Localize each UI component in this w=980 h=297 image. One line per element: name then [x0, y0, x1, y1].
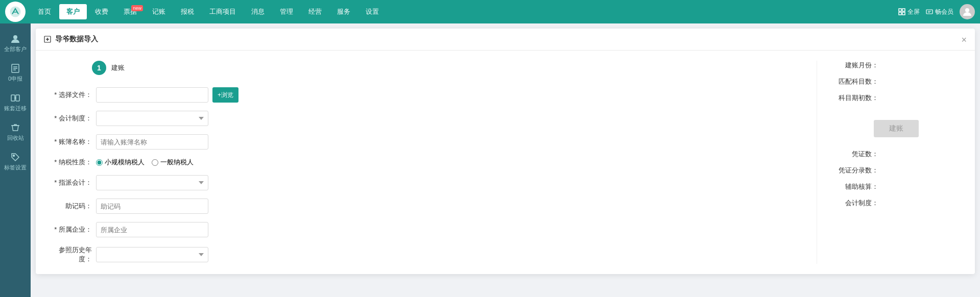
user-avatar[interactable]	[960, 4, 975, 19]
sidebar-item-declaration[interactable]: 0申报	[0, 58, 31, 88]
step-badge: 1	[92, 61, 106, 75]
nav-items: 首页 客户 收费 票据 new 记账 报税 工商项目 消息 管理 经营 服务 设…	[31, 4, 898, 19]
company-label: * 所属企业：	[51, 225, 92, 234]
nav-item-settings[interactable]: 设置	[358, 4, 386, 19]
top-navigation: 首页 客户 收费 票据 new 记账 报税 工商项目 消息 管理 经营 服务 设…	[0, 0, 980, 23]
nav-item-home[interactable]: 首页	[31, 4, 58, 19]
nav-item-invoice[interactable]: 票据 new	[116, 4, 144, 19]
select-file-input[interactable]	[96, 87, 208, 103]
nav-item-industry[interactable]: 工商项目	[202, 4, 243, 19]
memo-row: 助记码：	[51, 199, 806, 214]
info-accounting-system-label: 会计制度：	[832, 199, 878, 208]
select-file-row: * 选择文件： +浏览	[51, 87, 806, 103]
sidebar-item-tag-settings[interactable]: 标签设置	[0, 147, 31, 177]
nav-right: 全屏 畅会员	[898, 4, 975, 19]
dialog-title: 导爷数据导入	[55, 35, 98, 44]
import-dialog: 导爷数据导入 × 1 建账 * 选择文件： +浏览	[36, 29, 975, 274]
sidebar-item-recycle[interactable]: 回收站	[0, 117, 31, 147]
nav-item-operation[interactable]: 经营	[301, 4, 329, 19]
tax-type-label: * 纳税性质：	[51, 158, 92, 167]
dialog-body: 1 建账 * 选择文件： +浏览 * 会计制度：	[36, 51, 975, 274]
build-account-button[interactable]: 建账	[874, 120, 919, 137]
radio-small-taxpayer[interactable]: 小规模纳税人	[96, 158, 145, 167]
reference-year-select[interactable]	[96, 247, 208, 262]
content-area: 导爷数据导入 × 1 建账 * 选择文件： +浏览	[31, 23, 980, 297]
close-button[interactable]: ×	[961, 35, 967, 45]
svg-rect-5	[926, 10, 933, 14]
info-section: 建账月份： 匹配科目数： 科目期初数： 建账 凭证	[817, 61, 960, 264]
nav-item-service[interactable]: 服务	[330, 4, 357, 19]
memo-input[interactable]	[96, 199, 208, 214]
svg-rect-1	[899, 9, 901, 11]
match-subjects-row: 匹配科目数：	[832, 77, 960, 86]
accounting-system-row: * 会计制度：	[51, 111, 806, 126]
nav-item-fee[interactable]: 收费	[88, 4, 115, 19]
form-section: 1 建账 * 选择文件： +浏览 * 会计制度：	[51, 61, 806, 264]
nav-item-bookkeeping[interactable]: 记账	[145, 4, 173, 19]
auxiliary-row: 辅助核算：	[832, 182, 960, 191]
nav-item-tax[interactable]: 报税	[174, 4, 201, 19]
nav-item-message[interactable]: 消息	[244, 4, 272, 19]
assign-accountant-row: * 指派会计：	[51, 175, 806, 190]
company-row: * 所属企业：	[51, 222, 806, 237]
voucher-row: 凭证数：	[832, 150, 960, 159]
ledger-name-input[interactable]	[96, 134, 208, 150]
svg-rect-2	[902, 9, 905, 11]
voucher-entries-label: 凭证分录数：	[832, 166, 878, 175]
step-label: 建账	[111, 63, 125, 72]
company-input[interactable]	[96, 222, 208, 237]
sidebar-item-account-migration[interactable]: 账套迁移	[0, 88, 31, 117]
ledger-name-label: * 账簿名称：	[51, 137, 92, 146]
info-accounting-system-row: 会计制度：	[832, 199, 960, 208]
app-logo	[5, 2, 26, 22]
voucher-label: 凭证数：	[832, 150, 878, 159]
select-file-label: * 选择文件：	[51, 90, 92, 100]
nav-item-manage[interactable]: 管理	[273, 4, 300, 19]
svg-rect-9	[11, 95, 15, 101]
browse-button[interactable]: +浏览	[212, 87, 238, 103]
accounting-system-select[interactable]	[96, 111, 208, 126]
import-icon	[44, 36, 51, 43]
build-month-label: 建账月份：	[832, 61, 878, 70]
build-month-row: 建账月份：	[832, 61, 960, 70]
svg-rect-3	[899, 12, 901, 15]
accounting-system-label: * 会计制度：	[51, 114, 92, 123]
dialog-header: 导爷数据导入	[36, 29, 975, 51]
svg-rect-4	[902, 12, 905, 15]
sidebar: 全部客户 0申报 账套迁移 回收站	[0, 23, 31, 297]
member-button[interactable]: 畅会员	[926, 8, 953, 16]
radio-general-taxpayer[interactable]: 一般纳税人	[152, 158, 194, 167]
main-layout: 全部客户 0申报 账套迁移 回收站	[0, 23, 980, 297]
ledger-name-row: * 账簿名称：	[51, 134, 806, 150]
svg-point-11	[13, 155, 15, 157]
subject-initial-row: 科目期初数：	[832, 93, 960, 103]
sidebar-item-all-customers[interactable]: 全部客户	[0, 29, 31, 58]
tax-type-radio-group: 小规模纳税人 一般纳税人	[96, 158, 194, 167]
fullscreen-button[interactable]: 全屏	[898, 8, 920, 16]
match-subjects-label: 匹配科目数：	[832, 77, 878, 86]
auxiliary-label: 辅助核算：	[832, 182, 878, 191]
assign-accountant-label: * 指派会计：	[51, 178, 92, 187]
memo-label: 助记码：	[51, 202, 92, 211]
subject-initial-label: 科目期初数：	[832, 93, 878, 103]
new-badge: new	[131, 5, 143, 11]
reference-year-label: 参照历史年度：	[51, 245, 92, 264]
nav-item-customer[interactable]: 客户	[59, 4, 87, 19]
assign-accountant-select[interactable]	[96, 175, 208, 190]
svg-point-7	[13, 35, 17, 39]
tax-type-row: * 纳税性质： 小规模纳税人 一般纳税人	[51, 158, 806, 167]
voucher-entries-row: 凭证分录数：	[832, 166, 960, 175]
svg-point-6	[965, 8, 969, 12]
reference-year-row: 参照历史年度：	[51, 245, 806, 264]
